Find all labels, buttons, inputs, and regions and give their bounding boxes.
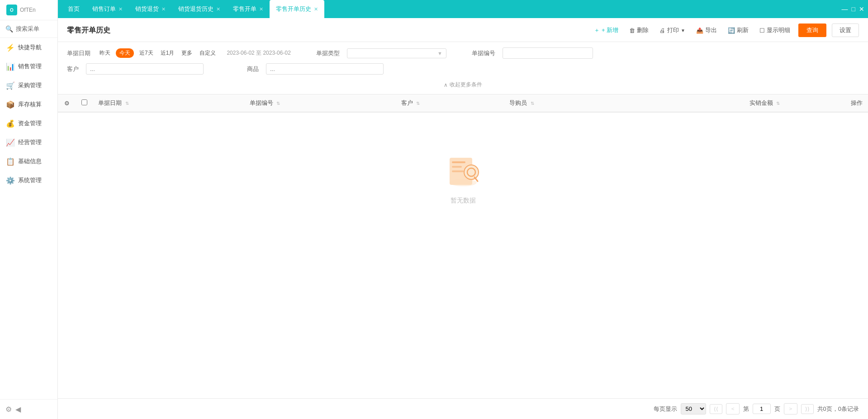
customer-input[interactable] xyxy=(90,66,199,72)
tab-sales-order-close[interactable]: ✕ xyxy=(119,6,123,12)
sys-mgmt-icon: ⚙️ xyxy=(6,176,14,184)
brand-area: O OfTEn xyxy=(0,0,57,20)
svg-point-5 xyxy=(464,165,479,179)
th-amount[interactable]: 实销金额 xyxy=(634,94,786,112)
date-range: 2023-06-02 至 2023-06-02 xyxy=(227,49,290,57)
tab-retail-open-label: 零售开单 xyxy=(233,5,256,13)
customer-input-wrap xyxy=(86,63,204,75)
basic-info-icon: 📋 xyxy=(6,157,14,165)
th-customer[interactable]: 客户 xyxy=(396,94,504,112)
page-number-input[interactable]: 1 xyxy=(753,404,771,414)
filter-row-2: 客户 商品 xyxy=(67,63,859,75)
tab-retail-history[interactable]: 零售开单历史 ✕ xyxy=(270,0,324,18)
export-button[interactable]: 📤 导出 xyxy=(693,24,720,36)
close-icon[interactable]: ✕ xyxy=(859,5,864,13)
refresh-button[interactable]: 🔄 刷新 xyxy=(725,24,751,36)
tab-sales-order-label: 销售订单 xyxy=(92,5,116,13)
first-page-button[interactable]: ⟨⟨ xyxy=(710,404,722,414)
new-button[interactable]: ＋ + 新增 xyxy=(591,24,621,36)
minimize-icon[interactable]: — xyxy=(842,5,848,13)
page-size-select[interactable]: 20 50 100 200 xyxy=(681,403,706,414)
tab-sales-return-label: 销货退货 xyxy=(135,5,159,13)
tab-sales-return-history[interactable]: 销货退货历史 ✕ xyxy=(172,0,227,18)
purchase-mgmt-icon: 🛒 xyxy=(6,81,14,89)
empty-icon xyxy=(441,149,486,189)
sidebar-item-label: 经营管理 xyxy=(18,138,42,146)
sidebar-item-purchase-mgmt[interactable]: 🛒 采购管理 xyxy=(0,76,57,95)
svg-rect-4 xyxy=(452,170,464,172)
th-number[interactable]: 单据编号 xyxy=(244,94,396,112)
tab-home-label: 首页 xyxy=(68,5,80,13)
prev-page-button[interactable]: ＜ xyxy=(726,403,740,414)
total-info: 共0页，0条记录 xyxy=(817,405,859,413)
refresh-label: 刷新 xyxy=(737,26,749,34)
sidebar: O OfTEn 🔍 搜索采单 ⚡ 快捷导航 📊 销售管理 🛒 采购管理 📦 库存… xyxy=(0,0,58,419)
print-icon: 🖨 xyxy=(659,27,665,34)
th-check[interactable] xyxy=(76,94,93,112)
page-title: 零售开单历史 xyxy=(67,26,110,35)
doc-type-label: 单据类型 xyxy=(316,49,340,57)
sidebar-item-label: 库存核算 xyxy=(18,100,42,108)
tab-retail-open-close[interactable]: ✕ xyxy=(259,6,263,12)
show-detail-button[interactable]: ☐ 显示明细 xyxy=(757,24,793,36)
filter-area: 单据日期 昨天 今天 近7天 近1月 更多 自定义 2023-06-02 至 2… xyxy=(58,42,868,94)
select-all-checkbox[interactable] xyxy=(81,99,87,105)
sidebar-search[interactable]: 🔍 搜索采单 xyxy=(0,20,57,38)
tab-home[interactable]: 首页 xyxy=(62,0,86,18)
tab-sales-return-history-close[interactable]: ✕ xyxy=(216,6,220,12)
date-shortcut-last7[interactable]: 近7天 xyxy=(138,48,155,58)
sidebar-item-quick-nav[interactable]: ⚡ 快捷导航 xyxy=(0,38,57,57)
date-shortcut-yesterday[interactable]: 昨天 xyxy=(98,48,112,58)
tab-sales-order[interactable]: 销售订单 ✕ xyxy=(86,0,129,18)
filter-row-1: 单据日期 昨天 今天 近7天 近1月 更多 自定义 2023-06-02 至 2… xyxy=(67,47,859,59)
tab-sales-return-close[interactable]: ✕ xyxy=(161,6,166,12)
doc-number-input[interactable] xyxy=(507,50,589,56)
delete-button[interactable]: 🗑 删除 xyxy=(626,24,651,36)
th-gear[interactable]: ⚙ xyxy=(58,94,76,112)
date-shortcut-more[interactable]: 更多 xyxy=(180,48,194,58)
toolbar: ＋ + 新增 🗑 删除 🖨 打印 ▼ 📤 导出 🔄 xyxy=(591,24,859,37)
next-page-button[interactable]: ＞ xyxy=(784,403,797,414)
sidebar-collapse-icon[interactable]: ◀ xyxy=(15,405,21,414)
top-nav: 首页 销售订单 ✕ 销货退货 ✕ 销货退货历史 ✕ 零售开单 ✕ 零售开单历史 … xyxy=(58,0,868,18)
doc-number-label: 单据编号 xyxy=(472,49,495,57)
sidebar-item-label: 资金管理 xyxy=(18,119,42,127)
settings-button[interactable]: 设置 xyxy=(832,24,859,37)
collapse-button[interactable]: ∧ 收起更多条件 xyxy=(444,81,482,89)
main-area: 首页 销售订单 ✕ 销货退货 ✕ 销货退货历史 ✕ 零售开单 ✕ 零售开单历史 … xyxy=(58,0,868,419)
date-shortcut-today[interactable]: 今天 xyxy=(116,48,134,58)
table-area: ⚙ 单据日期 单据编号 客户 导购员 xyxy=(58,94,868,398)
tab-sales-return[interactable]: 销货退货 ✕ xyxy=(129,0,172,18)
brand-name: OfTEn xyxy=(20,7,36,13)
print-button[interactable]: 🖨 打印 ▼ xyxy=(657,24,688,36)
sidebar-item-basic-info[interactable]: 📋 基础信息 xyxy=(0,152,57,171)
delete-icon: 🗑 xyxy=(629,27,635,34)
table-container: ⚙ 单据日期 单据编号 客户 导购员 xyxy=(58,94,868,241)
sidebar-item-sales-mgmt[interactable]: 📊 销售管理 xyxy=(0,57,57,76)
page-title-row: 零售开单历史 ＋ + 新增 🗑 删除 🖨 打印 ▼ 📤 导出 xyxy=(67,24,859,37)
print-label: 打印 xyxy=(667,26,679,34)
sidebar-item-operations[interactable]: 📈 经营管理 xyxy=(0,133,57,152)
th-ops-label: 操作 xyxy=(851,99,863,106)
doc-type-select[interactable]: ▼ xyxy=(347,48,446,58)
tab-retail-open[interactable]: 零售开单 ✕ xyxy=(227,0,270,18)
sidebar-item-inventory[interactable]: 📦 库存核算 xyxy=(0,95,57,114)
svg-rect-3 xyxy=(452,166,462,168)
maximize-icon[interactable]: □ xyxy=(852,5,855,13)
sidebar-item-sys-mgmt[interactable]: ⚙️ 系统管理 xyxy=(0,171,57,190)
th-date-label: 单据日期 xyxy=(98,99,122,106)
refresh-icon: 🔄 xyxy=(728,27,735,34)
tab-retail-history-label: 零售开单历史 xyxy=(276,5,311,13)
tab-retail-history-close[interactable]: ✕ xyxy=(314,6,318,12)
query-button[interactable]: 查询 xyxy=(798,24,826,37)
date-shortcut-last-month[interactable]: 近1月 xyxy=(159,48,176,58)
doc-number-input-wrap xyxy=(503,47,593,59)
sidebar-settings-icon[interactable]: ⚙ xyxy=(5,405,12,414)
date-shortcut-custom[interactable]: 自定义 xyxy=(198,48,218,58)
last-page-button[interactable]: ⟩⟩ xyxy=(801,404,814,414)
th-date[interactable]: 单据日期 xyxy=(93,94,244,112)
sidebar-item-finance[interactable]: 💰 资金管理 xyxy=(0,114,57,133)
product-input[interactable] xyxy=(270,66,379,72)
svg-rect-2 xyxy=(452,161,465,163)
th-guide[interactable]: 导购员 xyxy=(504,94,634,112)
